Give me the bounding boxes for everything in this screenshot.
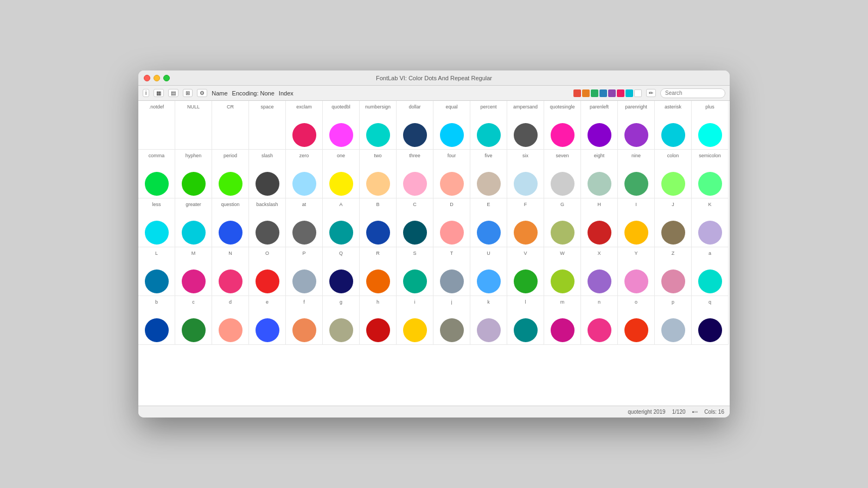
glyph-cell-E[interactable]: E (470, 198, 507, 247)
glyph-cell-dollar[interactable]: dollar (397, 101, 433, 150)
glyph-cell-B[interactable]: B (360, 198, 397, 247)
glyph-cell-Y[interactable]: Y (618, 247, 655, 296)
glyph-cell-a[interactable]: a (692, 247, 729, 296)
glyph-cell-H[interactable]: H (581, 198, 618, 247)
glyph-cell-percent[interactable]: percent (470, 101, 507, 150)
glyph-cell-J[interactable]: J (655, 198, 692, 247)
glyph-cell-two[interactable]: two (360, 150, 397, 198)
color-pink[interactable] (617, 89, 624, 97)
glyph-cell-L[interactable]: L (138, 247, 175, 296)
glyph-cell-o[interactable]: o (618, 296, 655, 345)
glyph-cell-six[interactable]: six (507, 150, 544, 198)
glyph-cell-five[interactable]: five (470, 150, 507, 198)
glyph-cell-seven[interactable]: seven (544, 150, 581, 198)
glyph-cell-n[interactable]: n (581, 296, 618, 345)
maximize-button[interactable] (163, 75, 170, 81)
glyph-cell-parenleft[interactable]: parenleft (581, 101, 618, 150)
glyph-cell-h[interactable]: h (360, 296, 397, 345)
glyph-cell-R[interactable]: R (360, 247, 397, 296)
glyph-cell-q[interactable]: q (692, 296, 729, 345)
glyph-cell-CR[interactable]: CR (212, 101, 249, 150)
glyph-cell-ampersand[interactable]: ampersand (507, 101, 544, 150)
glyph-cell-k[interactable]: k (470, 296, 507, 345)
glyph-cell-Q[interactable]: Q (323, 247, 360, 296)
glyph-cell-quotesingle[interactable]: quotesingle (544, 101, 581, 150)
glyph-cell-C[interactable]: C (397, 198, 433, 247)
glyph-name: j (451, 299, 452, 305)
glyph-cell-less[interactable]: less (138, 198, 175, 247)
glyph-cell-colon[interactable]: colon (655, 150, 692, 198)
color-orange[interactable] (582, 89, 590, 97)
glyph-cell-D[interactable]: D (433, 198, 470, 247)
glyph-cell-.notdef[interactable]: .notdef (138, 101, 175, 150)
glyph-cell-parenright[interactable]: parenright (618, 101, 655, 150)
glyph-cell-i[interactable]: i (397, 296, 433, 345)
glyph-cell-Z[interactable]: Z (655, 247, 692, 296)
glyph-cell-asterisk[interactable]: asterisk (655, 101, 692, 150)
glyph-cell-NULL[interactable]: NULL (175, 101, 212, 150)
glyph-cell-F[interactable]: F (507, 198, 544, 247)
color-red[interactable] (573, 89, 581, 97)
glyph-cell-slash[interactable]: slash (249, 150, 286, 198)
glyph-cell-plus[interactable]: plus (692, 101, 729, 150)
view-btn-1[interactable]: ▦ (154, 89, 164, 97)
glyph-cell-space[interactable]: space (249, 101, 286, 150)
glyph-cell-hyphen[interactable]: hyphen (175, 150, 212, 198)
glyph-cell-exclam[interactable]: exclam (286, 101, 323, 150)
glyph-cell-m[interactable]: m (544, 296, 581, 345)
glyph-cell-zero[interactable]: zero (286, 150, 323, 198)
view-btn-3[interactable]: ⊞ (183, 89, 193, 97)
glyph-cell-j[interactable]: j (433, 296, 470, 345)
minimize-button[interactable] (154, 75, 160, 81)
glyph-cell-A[interactable]: A (323, 198, 360, 247)
color-blue[interactable] (599, 89, 607, 97)
glyph-cell-at[interactable]: at (286, 198, 323, 247)
glyph-cell-four[interactable]: four (433, 150, 470, 198)
color-purple[interactable] (608, 89, 616, 97)
search-input[interactable] (660, 88, 725, 98)
glyph-cell-M[interactable]: M (175, 247, 212, 296)
glyph-cell-equal[interactable]: equal (433, 101, 470, 150)
glyph-cell-T[interactable]: T (433, 247, 470, 296)
view-btn-2[interactable]: ▤ (168, 89, 178, 97)
color-green[interactable] (591, 89, 598, 97)
glyph-cell-P[interactable]: P (286, 247, 323, 296)
glyph-cell-nine[interactable]: nine (618, 150, 655, 198)
glyph-cell-c[interactable]: c (175, 296, 212, 345)
pencil-button[interactable]: ✏ (646, 89, 656, 97)
glyph-cell-f[interactable]: f (286, 296, 323, 345)
glyph-cell-W[interactable]: W (544, 247, 581, 296)
glyph-cell-d[interactable]: d (212, 296, 249, 345)
glyph-cell-V[interactable]: V (507, 247, 544, 296)
info-button[interactable]: i (143, 89, 149, 97)
glyph-cell-quotedbl[interactable]: quotedbl (323, 101, 360, 150)
glyph-cell-question[interactable]: question (212, 198, 249, 247)
glyph-cell-eight[interactable]: eight (581, 150, 618, 198)
glyph-cell-l[interactable]: l (507, 296, 544, 345)
glyph-cell-numbersign[interactable]: numbersign (360, 101, 397, 150)
color-cyan[interactable] (626, 89, 633, 97)
glyph-circle (588, 221, 611, 245)
glyph-cell-greater[interactable]: greater (175, 198, 212, 247)
glyph-cell-O[interactable]: O (249, 247, 286, 296)
glyph-cell-X[interactable]: X (581, 247, 618, 296)
glyph-cell-comma[interactable]: comma (138, 150, 175, 198)
glyph-cell-e[interactable]: e (249, 296, 286, 345)
glyph-cell-G[interactable]: G (544, 198, 581, 247)
glyph-cell-g[interactable]: g (323, 296, 360, 345)
glyph-cell-b[interactable]: b (138, 296, 175, 345)
close-button[interactable] (144, 75, 150, 81)
glyph-cell-K[interactable]: K (692, 198, 729, 247)
settings-button[interactable]: ⚙ (197, 89, 207, 97)
glyph-cell-p[interactable]: p (655, 296, 692, 345)
glyph-cell-one[interactable]: one (323, 150, 360, 198)
glyph-cell-I[interactable]: I (618, 198, 655, 247)
glyph-cell-three[interactable]: three (397, 150, 433, 198)
color-white[interactable] (634, 89, 642, 97)
glyph-cell-N[interactable]: N (212, 247, 249, 296)
glyph-cell-U[interactable]: U (470, 247, 507, 296)
glyph-cell-backslash[interactable]: backslash (249, 198, 286, 247)
glyph-cell-semicolon[interactable]: semicolon (692, 150, 729, 198)
glyph-cell-period[interactable]: period (212, 150, 249, 198)
glyph-cell-S[interactable]: S (397, 247, 433, 296)
